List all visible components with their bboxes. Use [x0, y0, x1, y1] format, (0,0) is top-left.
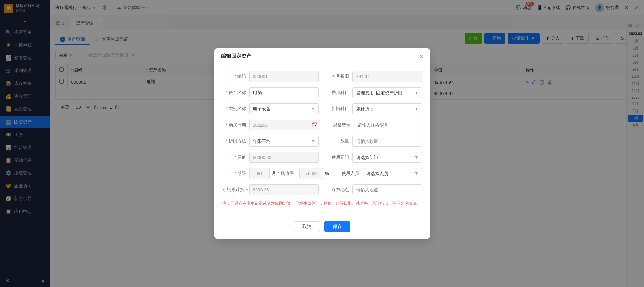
modal-title: 编辑固定资产 [221, 53, 251, 59]
form-row-7: *期限 月 * 残值率 % 使用人员 [222, 168, 422, 179]
modal-header: 编辑固定资产 × [214, 48, 430, 64]
residual-rate-input[interactable] [299, 168, 323, 179]
expense-account-select[interactable]: 管理费用_固定资产折旧 [352, 87, 422, 98]
original-value-input[interactable] [249, 152, 319, 163]
opening-dep-input[interactable] [249, 184, 319, 195]
calendar-icon[interactable]: 📅 [312, 122, 317, 128]
spec-input[interactable] [354, 120, 422, 130]
form-row-6: *原值 使用部门 请选择部门 ▼ [222, 152, 422, 163]
modal-close-btn[interactable]: × [420, 53, 423, 59]
category-select[interactable]: 电子设备 [249, 103, 319, 114]
location-input[interactable] [352, 184, 422, 195]
residual-rate-label: * 残值率 [278, 168, 298, 179]
modal-edit-asset: 编辑固定资产 × *编码 本月折旧 [214, 48, 430, 239]
cancel-button[interactable]: 取消 [294, 221, 320, 232]
modal-note: 注：已经存在变更记录或者对应固定资产已经生成凭证，原值、购买日期、残值率、累计折… [222, 200, 422, 211]
dep-method-select[interactable]: 年限平均 [249, 136, 319, 147]
form-row-5: *折旧方法 年限平均 ▼ 数量 [222, 136, 422, 147]
period-input[interactable] [249, 168, 270, 179]
modal-body: *编码 本月折旧 *资产名称 [214, 64, 430, 217]
use-dept-select[interactable]: 请选择部门 [352, 152, 422, 163]
monthly-dep-input[interactable] [352, 71, 422, 82]
modal-overlay: 编辑固定资产 × *编码 本月折旧 [0, 0, 644, 287]
quantity-input[interactable] [352, 136, 422, 147]
code-input[interactable] [249, 71, 319, 82]
asset-name-input[interactable] [249, 87, 319, 98]
dep-account-select[interactable]: 累计折旧 [352, 103, 422, 114]
user-select[interactable]: 请选择人员 [363, 168, 422, 179]
form-row-2: *资产名称 费用科目 管理费用_固定资产折旧 ▼ [222, 87, 422, 98]
save-button[interactable]: 保存 [324, 221, 350, 232]
form-row-4: *购买日期 📅 规格型号 [222, 120, 422, 130]
form-row-1: *编码 本月折旧 [222, 71, 422, 82]
form-row-8: 期初累计折旧 存放地点 [222, 184, 422, 195]
purchase-date-input[interactable] [249, 120, 320, 130]
form-row-3: *类别名称 电子设备 ▼ 折旧科目 累计折旧 [222, 103, 422, 114]
modal-footer: 取消 保存 [214, 217, 430, 239]
